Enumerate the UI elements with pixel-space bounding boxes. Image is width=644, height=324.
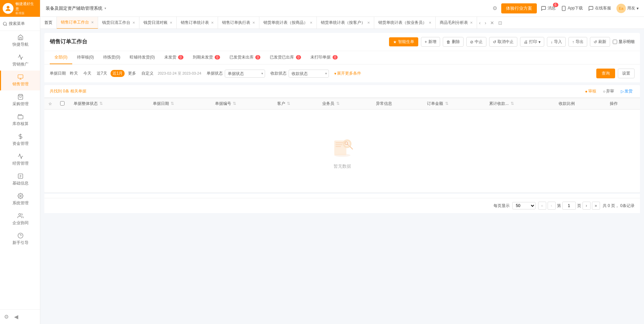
refresh-btn[interactable]: ↺ 刷新 bbox=[590, 37, 610, 47]
sidebar-collapse-btn[interactable]: ◀ bbox=[13, 312, 19, 321]
sub-tab-all[interactable]: 全部(0) bbox=[50, 51, 72, 64]
header-actions: 消息 6 App下载 在线客服 Ea 用友 ▾ bbox=[541, 4, 639, 13]
online-service-action[interactable]: 在线客服 bbox=[588, 5, 611, 11]
delete-icon: 🗑 bbox=[446, 40, 450, 44]
sub-tab-not-printed[interactable]: 未打印单据 0 bbox=[306, 51, 342, 64]
page-size-select[interactable]: 50 10 20 30 100 bbox=[512, 202, 535, 209]
new-btn[interactable]: + 新增 bbox=[421, 37, 440, 47]
sub-tab-wangpu[interactable]: 旺铺待发货(0) bbox=[125, 51, 160, 64]
sort-customer-icon[interactable]: ⇅ bbox=[287, 101, 290, 106]
sidebar-nav-sales[interactable]: 销售管理 bbox=[0, 71, 40, 90]
sort-number-icon[interactable]: ⇅ bbox=[233, 101, 236, 106]
sidebar-nav-system[interactable]: 系统管理 bbox=[0, 190, 40, 209]
tab-sales-workbench[interactable]: 销售订单工作台 ✕ bbox=[57, 17, 98, 29]
tab-cash-daily[interactable]: 钱货日清工作台 ✕ bbox=[98, 17, 139, 29]
tab-sales-exec[interactable]: 销售订单执行表 ✕ bbox=[218, 17, 259, 29]
sort-date-icon[interactable]: ⇅ bbox=[171, 101, 174, 106]
set-btn[interactable]: 设置 bbox=[618, 69, 635, 78]
user-area[interactable]: Ea 用友 ▾ bbox=[616, 4, 639, 13]
tab-sale-stat-product[interactable]: 销货单统计表（按商品） ✕ bbox=[259, 17, 317, 29]
pagination-page-input[interactable] bbox=[562, 202, 576, 210]
plus-icon: + bbox=[425, 40, 427, 44]
sidebar-nav-basic[interactable]: 基础信息 bbox=[0, 170, 40, 190]
sub-tab-shipped-out[interactable]: 已发货已出库 0 bbox=[265, 51, 306, 64]
pagination-next-btn[interactable]: › bbox=[583, 202, 591, 210]
tab-sales-stat-close[interactable]: ✕ bbox=[211, 21, 214, 25]
horizontal-scrollbar[interactable] bbox=[44, 194, 640, 198]
smart-btn[interactable]: ★ 智能生单 bbox=[389, 37, 418, 46]
sidebar-nav-operations[interactable]: 经营管理 bbox=[0, 150, 40, 170]
cancel-suspend-btn[interactable]: ↺ 取消中止 bbox=[489, 37, 517, 47]
expand-btn[interactable]: ▾ 展开更多条件 bbox=[334, 71, 361, 76]
tab-sales-exec-close[interactable]: ✕ bbox=[252, 21, 255, 25]
show-detail-checkbox[interactable] bbox=[613, 40, 617, 44]
sidebar-nav-quicknav[interactable]: 快捷导航 bbox=[0, 31, 40, 51]
sidebar-nav-purchase[interactable]: 采购管理 bbox=[0, 90, 40, 110]
sort-collected-icon[interactable]: ⇅ bbox=[511, 101, 514, 106]
sub-tab-shipped-out-label: 已发货已出库 bbox=[270, 55, 294, 59]
sub-tab-not-shipped[interactable]: 未发货 0 bbox=[160, 51, 188, 64]
pagination-first-btn[interactable]: « bbox=[538, 202, 546, 210]
tab-sale-stat-customer[interactable]: 销货单统计表（按客户） ✕ bbox=[317, 17, 374, 29]
tab-cash-daily-close[interactable]: ✕ bbox=[132, 21, 135, 25]
sidebar-nav-guide[interactable]: 新手引导 bbox=[0, 229, 40, 249]
pagination-prev-btn[interactable]: ‹ bbox=[548, 202, 556, 210]
sidebar-nav-marketing[interactable]: 营销推广 bbox=[0, 51, 40, 71]
suspend-btn[interactable]: ⊘ 中止 bbox=[466, 37, 486, 47]
status-select[interactable]: 单据状态 bbox=[225, 70, 265, 78]
date-btn-7days[interactable]: 近7天 bbox=[95, 70, 109, 77]
query-btn[interactable]: 查询 bbox=[596, 69, 615, 78]
tab-sale-stat-product-close[interactable]: ✕ bbox=[310, 21, 312, 25]
sub-tab-pending-review[interactable]: 待审核(0) bbox=[72, 51, 99, 64]
tab-sales-workbench-close[interactable]: ✕ bbox=[91, 21, 94, 24]
sidebar-settings-btn[interactable]: ⚙ bbox=[3, 312, 10, 321]
sidebar-nav-enterprise[interactable]: 企业协同 bbox=[0, 209, 40, 229]
tab-cash-reconcile-close[interactable]: ✕ bbox=[170, 21, 172, 25]
date-btn-more[interactable]: 更多 bbox=[126, 70, 138, 77]
pagination-last-btn[interactable]: » bbox=[592, 202, 600, 210]
action-review-btn[interactable]: ● 审核 bbox=[583, 88, 598, 95]
select-all-checkbox[interactable] bbox=[60, 101, 65, 106]
header-gear-icon[interactable]: ⚙ bbox=[492, 5, 497, 11]
tab-cash-reconcile[interactable]: 钱货日清对账 ✕ bbox=[139, 17, 177, 29]
action-cancel-btn[interactable]: ○ 弃审 bbox=[601, 88, 616, 95]
date-btn-custom[interactable]: 自定义 bbox=[139, 70, 156, 77]
tab-product-margin-close[interactable]: ✕ bbox=[470, 21, 473, 25]
svg-point-10 bbox=[20, 195, 22, 197]
sort-staff-icon[interactable]: ⇅ bbox=[336, 101, 340, 106]
date-btn-1month[interactable]: 近1月 bbox=[111, 70, 125, 77]
tab-nav-expand[interactable]: ⊡ bbox=[496, 17, 504, 29]
date-btn-today[interactable]: 今天 bbox=[81, 70, 93, 77]
print-btn[interactable]: 🖨 打印 ▾ bbox=[520, 37, 544, 47]
svg-point-11 bbox=[19, 213, 21, 215]
export-btn-label: 导出 bbox=[575, 39, 584, 45]
tab-sale-stat-staff-close[interactable]: ✕ bbox=[429, 21, 431, 25]
payment-select[interactable]: 收款状态 bbox=[289, 70, 329, 78]
tab-product-margin[interactable]: 商品毛利分析表 ✕ bbox=[436, 17, 477, 29]
review-label: 审核 bbox=[588, 88, 596, 94]
delete-btn[interactable]: 🗑 删除 bbox=[443, 37, 464, 47]
tab-sale-stat-customer-close[interactable]: ✕ bbox=[367, 21, 370, 25]
sort-amount-icon[interactable]: ⇅ bbox=[445, 101, 448, 106]
sub-tab-pending-inspect[interactable]: 待拣货(0) bbox=[98, 51, 125, 64]
sub-tab-shipped-not-out[interactable]: 已发货未出库 0 bbox=[225, 51, 265, 64]
app-download-action[interactable]: App下载 bbox=[561, 5, 583, 11]
industry-btn[interactable]: 体验行业方案 bbox=[501, 3, 537, 13]
action-ship-btn[interactable]: ▷ 发货 bbox=[619, 88, 635, 95]
sub-tab-expired-not-shipped[interactable]: 到期未发货 0 bbox=[188, 51, 225, 64]
tab-nav-next[interactable]: › bbox=[483, 17, 488, 29]
tab-nav-prev[interactable]: ‹ bbox=[477, 17, 483, 29]
tab-sale-stat-staff[interactable]: 销货单统计表（按业务员） ✕ bbox=[374, 17, 436, 29]
import-btn[interactable]: ↓ 导入 bbox=[547, 37, 566, 47]
date-btn-yesterday[interactable]: 昨天 bbox=[68, 70, 80, 77]
tab-nav-close-all[interactable]: ✕ bbox=[488, 17, 496, 29]
message-action[interactable]: 消息 6 bbox=[541, 5, 556, 11]
sidebar-nav-finance[interactable]: 资金管理 bbox=[0, 130, 40, 150]
export-btn[interactable]: ↑ 导出 bbox=[568, 37, 587, 47]
show-detail-label[interactable]: 显示明细 bbox=[613, 39, 635, 45]
sidebar-search-btn[interactable]: 搜索菜单 bbox=[3, 19, 37, 28]
tab-sales-stat[interactable]: 销售订单统计表 ✕ bbox=[177, 17, 218, 29]
sort-status-icon[interactable]: ⇅ bbox=[99, 101, 103, 106]
tab-home[interactable]: 首页 bbox=[40, 17, 57, 29]
sidebar-nav-inventory[interactable]: 库存核算 bbox=[0, 110, 40, 130]
